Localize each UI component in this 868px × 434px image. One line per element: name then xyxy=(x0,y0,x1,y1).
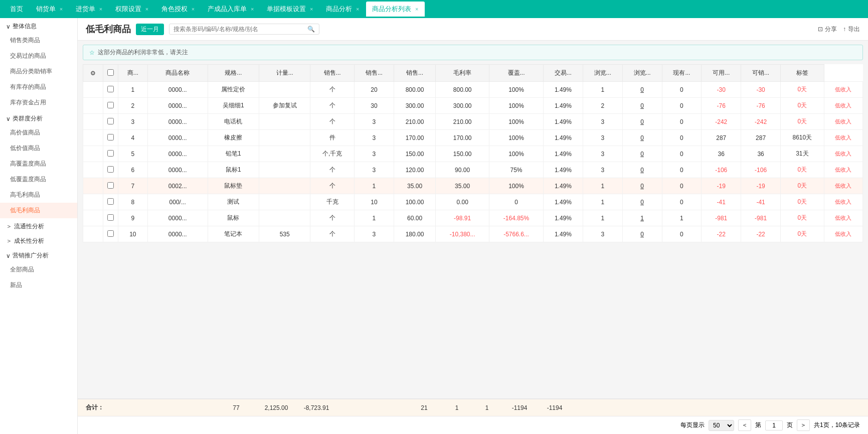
share-button[interactable]: ⊡ 分享 xyxy=(818,25,837,34)
cell-available: -981 xyxy=(741,210,781,226)
cell-saleable: 0天 xyxy=(781,162,824,178)
cell-check[interactable] xyxy=(103,114,118,130)
nav-analysis-close[interactable]: × xyxy=(356,6,359,12)
cell-tag: 低收入 xyxy=(824,130,862,146)
row-checkbox[interactable] xyxy=(107,118,114,124)
sidebar-group-cluster[interactable]: ∨ 类群度分析 xyxy=(0,110,77,125)
col-header-transaction: 交易... xyxy=(544,65,583,82)
export-button[interactable]: ↑ 导出 xyxy=(843,25,860,34)
cell-browse1[interactable]: 0 xyxy=(622,98,662,114)
nav-product-entry[interactable]: 产成品入库单 × xyxy=(202,2,260,17)
nav-product-entry-close[interactable]: × xyxy=(251,6,254,12)
row-checkbox[interactable] xyxy=(107,166,114,173)
nav-sales[interactable]: 销货单 × xyxy=(30,2,69,17)
sidebar-item-all-goods[interactable]: 全部商品 xyxy=(0,262,77,277)
sidebar-item-traded-goods[interactable]: 交易过的商品 xyxy=(0,48,77,64)
cell-current-stock: 36 xyxy=(702,146,741,162)
cell-check[interactable] xyxy=(103,194,118,210)
col-header-unit: 计量... xyxy=(259,65,310,82)
table-container[interactable]: ⚙ 商... 商品名称 规格... 计量... 销售... 销售... 销售..… xyxy=(78,64,868,398)
select-all-checkbox[interactable] xyxy=(107,69,114,76)
cell-name: 鼠标1 xyxy=(208,162,259,178)
cell-browse1[interactable]: 1 xyxy=(622,210,662,226)
nav-template[interactable]: 单据模板设置 × xyxy=(261,2,319,17)
col-header-check[interactable] xyxy=(103,65,118,82)
cell-check[interactable] xyxy=(103,98,118,114)
col-header-available: 可用... xyxy=(702,65,741,82)
page-number-input[interactable] xyxy=(765,420,783,430)
sidebar-group-marketing[interactable]: ∨ 营销推广分析 xyxy=(0,247,77,262)
nav-purchase[interactable]: 进货单 × xyxy=(70,2,108,17)
row-checkbox[interactable] xyxy=(107,134,114,140)
sidebar-item-low-value[interactable]: 低价值商品 xyxy=(0,140,77,156)
cell-browse1[interactable]: 0 xyxy=(622,114,662,130)
row-checkbox[interactable] xyxy=(107,150,114,157)
cell-check[interactable] xyxy=(103,82,118,98)
row-checkbox[interactable] xyxy=(107,214,114,221)
sidebar-group-growth[interactable]: ＞ 成长性分析 xyxy=(0,233,77,247)
nav-analysis-list[interactable]: 商品分析列表 × xyxy=(366,2,424,17)
col-header-saleable: 可销... xyxy=(741,65,781,82)
table-row: 2 0000... 吴细细1 参加复试 个 30 300.00 300.00 1… xyxy=(83,98,863,114)
nav-home[interactable]: 首页 xyxy=(4,2,29,17)
row-checkbox[interactable] xyxy=(107,182,114,189)
sidebar-item-category-rate[interactable]: 商品分类助销率 xyxy=(0,64,77,79)
cell-browse1[interactable]: 0 xyxy=(622,82,662,98)
sidebar-item-high-margin[interactable]: 高毛利商品 xyxy=(0,187,77,203)
nav-roles-close[interactable]: × xyxy=(192,6,195,12)
cell-check[interactable] xyxy=(103,226,118,242)
sidebar-item-high-value[interactable]: 高价值商品 xyxy=(0,125,77,140)
cell-browse1[interactable]: 0 xyxy=(622,130,662,146)
total-sales-qty: 77 xyxy=(216,404,256,411)
cell-sales-qty: 1 xyxy=(355,210,394,226)
search-input[interactable] xyxy=(173,26,307,33)
cell-browse2: 0 xyxy=(662,130,702,146)
cell-browse1[interactable]: 0 xyxy=(622,226,662,242)
cell-check[interactable] xyxy=(103,146,118,162)
page-label: 第 xyxy=(755,421,761,429)
row-checkbox[interactable] xyxy=(107,230,114,237)
sidebar-item-high-coverage[interactable]: 高覆盖度商品 xyxy=(0,156,77,172)
per-page-select[interactable]: 50 100 200 xyxy=(709,420,734,431)
sidebar-item-capital[interactable]: 库存资金占用 xyxy=(0,95,77,110)
cell-browse1[interactable]: 0 xyxy=(622,178,662,194)
row-checkbox[interactable] xyxy=(107,198,114,205)
sidebar-item-low-coverage[interactable]: 低覆盖度商品 xyxy=(0,172,77,187)
row-checkbox[interactable] xyxy=(107,86,114,92)
cell-check[interactable] xyxy=(103,178,118,194)
sidebar-group-overall[interactable]: ∨ 整体信息 xyxy=(0,18,77,33)
next-page-button[interactable]: ＞ xyxy=(797,419,810,431)
sidebar-item-new-goods[interactable]: 新品 xyxy=(0,277,77,293)
nav-analysis-list-close[interactable]: × xyxy=(415,6,418,12)
cell-transaction: 3 xyxy=(583,226,622,242)
nav-analysis[interactable]: 商品分析 × xyxy=(320,2,365,17)
col-header-coverage: 覆盖... xyxy=(489,65,544,82)
nav-permissions-close[interactable]: × xyxy=(145,6,148,12)
nav-template-close[interactable]: × xyxy=(310,6,313,12)
sidebar-group-flow[interactable]: ＞ 流通性分析 xyxy=(0,218,77,233)
date-filter-button[interactable]: 近一月 xyxy=(136,24,164,35)
search-icon[interactable]: 🔍 xyxy=(307,26,315,33)
cell-browse1[interactable]: 0 xyxy=(622,146,662,162)
cell-gross-rate: -164.85% xyxy=(489,210,544,226)
col-header-no: 商... xyxy=(118,65,148,82)
cell-browse1[interactable]: 0 xyxy=(622,162,662,178)
cell-sales-qty: 3 xyxy=(355,162,394,178)
prev-page-button[interactable]: ＜ xyxy=(738,419,751,431)
table-row: 1 0000... 属性定价 个 20 800.00 800.00 100% 1… xyxy=(83,82,863,98)
row-checkbox[interactable] xyxy=(107,102,114,108)
cell-transaction: 1 xyxy=(583,178,622,194)
chevron-down-icon-3: ∨ xyxy=(6,252,11,259)
sidebar-item-low-margin[interactable]: 低毛利商品 xyxy=(0,203,77,218)
col-header-icon[interactable]: ⚙ xyxy=(83,65,103,82)
nav-purchase-close[interactable]: × xyxy=(99,6,102,12)
nav-sales-close[interactable]: × xyxy=(60,6,63,12)
cell-check[interactable] xyxy=(103,210,118,226)
sidebar-item-sales-goods[interactable]: 销售类商品 xyxy=(0,33,77,48)
cell-check[interactable] xyxy=(103,162,118,178)
cell-browse1[interactable]: 0 xyxy=(622,194,662,210)
nav-permissions[interactable]: 权限设置 × xyxy=(109,2,154,17)
sidebar-item-stocked[interactable]: 有库存的商品 xyxy=(0,79,77,95)
nav-roles[interactable]: 角色授权 × xyxy=(155,2,201,17)
cell-check[interactable] xyxy=(103,130,118,146)
